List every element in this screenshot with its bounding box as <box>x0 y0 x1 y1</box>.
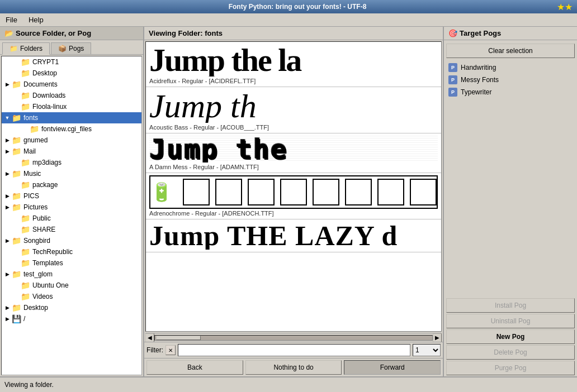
font-label-acidreflux: Acidreflux - Regular - [ACIDREFL.TTF] <box>149 78 438 84</box>
tree-label-mail: Mail <box>23 147 36 155</box>
tree-item-share[interactable]: 📁SHARE <box>2 224 141 235</box>
pogs-tab[interactable]: 📦 Pogs <box>51 42 91 54</box>
font-entry-adamn[interactable]: Jump the A Damn Mess - Regular - [ADAMN.… <box>146 133 441 173</box>
nothing-button[interactable]: Nothing to do <box>245 360 342 375</box>
titlebar: Fonty Python: bring out your fonts! - UT… <box>0 0 577 13</box>
expand-icon-gnumed[interactable]: ▶ <box>4 137 11 144</box>
expand-icon-mail[interactable]: ▶ <box>4 148 11 155</box>
folder-icon-desktop: 📁 <box>21 69 30 78</box>
hscroll-right-arrow[interactable]: ▶ <box>433 333 442 342</box>
tree-label-pictures: Pictures <box>23 203 48 211</box>
tree-item-package[interactable]: 📁package <box>2 179 141 190</box>
right-panel-title: Target Pogs <box>460 29 501 37</box>
folder-pog-tabs: 📁 Folders 📦 Pogs <box>0 40 143 55</box>
tree-item-desktop2[interactable]: ▶📁Desktop <box>2 302 141 313</box>
tree-item-slash[interactable]: ▶💾/ <box>2 313 141 324</box>
tree-item-fonts[interactable]: ▼📁fonts <box>2 112 141 123</box>
hscroll-track[interactable] <box>154 335 433 341</box>
expand-icon-pictures[interactable]: ▶ <box>4 204 11 211</box>
tree-item-documents[interactable]: ▶📁Documents <box>2 79 141 90</box>
folder-icon-floola-linux: 📁 <box>21 102 30 111</box>
hscroll-left-arrow[interactable]: ◀ <box>145 333 154 342</box>
font-preview-adamn: Jump the <box>149 136 438 162</box>
font-entry-acoustic[interactable]: Jump th Acoustic Bass - Regular - [ACOUB… <box>146 87 441 133</box>
tree-item-fontview[interactable]: 📁fontview.cgi_files <box>2 123 141 135</box>
folder-icon-ubuntu-one: 📁 <box>21 281 30 290</box>
delete-pog-button[interactable]: Delete Pog <box>446 345 575 360</box>
help-menu[interactable]: Help <box>25 15 47 25</box>
hscroll-thumb[interactable] <box>156 336 201 340</box>
font-entry-acidreflux[interactable]: Jump the la Acidreflux - Regular - [ACID… <box>146 42 441 87</box>
tree-item-mail[interactable]: ▶📁Mail <box>2 146 141 157</box>
tree-item-ubuntu-one[interactable]: 📁Ubuntu One <box>2 280 141 291</box>
font-entry-lazy[interactable]: Jump THE LAZY d <box>146 219 441 252</box>
uninstall-pog-button[interactable]: Uninstall Pog <box>446 314 575 328</box>
forward-button[interactable]: Forward <box>344 360 441 375</box>
clear-selection-button[interactable]: Clear selection <box>446 44 575 58</box>
horizontal-scrollbar[interactable]: ◀ ▶ <box>145 333 442 342</box>
page-select[interactable]: 1 2 3 <box>413 344 441 356</box>
font-label-adamn: A Damn Mess - Regular - [ADAMN.TTF] <box>149 164 438 170</box>
left-panel-title: Source Folder, or Pog <box>16 29 91 37</box>
expand-icon-pics[interactable]: ▶ <box>4 193 11 199</box>
tree-item-pics[interactable]: ▶📁PICS <box>2 190 141 202</box>
pog-item-handwriting[interactable]: P Handwriting <box>444 61 577 74</box>
file-menu[interactable]: File <box>2 15 21 25</box>
pog-item-messy-fonts[interactable]: P Messy Fonts <box>444 74 577 86</box>
pog-icon-typewriter: P <box>448 88 457 97</box>
pog-icon-messy-fonts: P <box>448 75 457 84</box>
status-text: Viewing a folder. <box>4 381 54 389</box>
pog-label-handwriting: Handwriting <box>461 64 496 71</box>
expand-icon-slash[interactable]: ▶ <box>4 315 11 322</box>
expand-icon-desktop2[interactable]: ▶ <box>4 304 11 311</box>
folder-tree[interactable]: 📁CRYPT1📁Desktop▶📁Documents📁Downloads📁Flo… <box>1 56 142 375</box>
filter-label: Filter: <box>146 346 163 354</box>
back-button[interactable]: Back <box>146 360 243 375</box>
tree-label-public: Public <box>32 214 51 222</box>
filter-clear-button[interactable]: ✕ <box>165 345 176 355</box>
folders-tab[interactable]: 📁 Folders <box>2 42 50 55</box>
tree-item-desktop[interactable]: 📁Desktop <box>2 68 141 79</box>
tree-item-test_glom[interactable]: ▶📁test_glom <box>2 269 141 280</box>
expand-icon-songbird[interactable]: ▶ <box>4 237 11 244</box>
pogs-tab-label: Pogs <box>69 45 84 52</box>
tree-item-pictures[interactable]: ▶📁Pictures <box>2 202 141 213</box>
expand-icon-test_glom[interactable]: ▶ <box>4 271 11 278</box>
tree-item-techrepublic[interactable]: 📁TechRepublic <box>2 246 141 257</box>
stars-icon: ★★ <box>557 2 573 12</box>
tree-item-songbird[interactable]: ▶📁Songbird <box>2 235 141 246</box>
tree-item-crypt1[interactable]: 📁CRYPT1 <box>2 56 141 68</box>
expand-icon-documents[interactable]: ▶ <box>4 81 11 88</box>
purge-pog-button[interactable]: Purge Pog <box>446 361 575 375</box>
font-entry-adrenochrome[interactable]: 🔋 Adrenochrome - Regular - [ADRENOCH.TTF… <box>146 173 441 219</box>
target-icon: 🎯 <box>448 29 457 37</box>
action-buttons: Install Pog Uninstall Pog New Pog Delete… <box>444 297 577 376</box>
filter-input[interactable] <box>178 344 410 356</box>
tree-item-gnumed[interactable]: ▶📁gnumed <box>2 135 141 146</box>
expand-icon-music[interactable]: ▶ <box>4 170 11 177</box>
tree-label-desktop2: Desktop <box>23 304 48 312</box>
tree-item-public[interactable]: 📁Public <box>2 213 141 224</box>
tree-label-package: package <box>32 181 58 189</box>
font-preview-acoustic: Jump th <box>149 89 438 123</box>
tree-item-videos[interactable]: 📁Videos <box>2 291 141 302</box>
font-list[interactable]: Jump the la Acidreflux - Regular - [ACID… <box>145 41 442 332</box>
tree-item-floola-linux[interactable]: 📁Floola-linux <box>2 101 141 112</box>
menubar: File Help <box>0 13 577 27</box>
viewing-header: Viewing Folder: fonts <box>144 27 443 40</box>
pog-item-typewriter[interactable]: P Typewriter <box>444 86 577 98</box>
tree-item-templates[interactable]: 📁Templates <box>2 257 141 269</box>
folder-icon-downloads: 📁 <box>21 91 30 100</box>
install-pog-button[interactable]: Install Pog <box>446 298 575 313</box>
tree-item-downloads[interactable]: 📁Downloads <box>2 90 141 101</box>
right-panel-header: 🎯 Target Pogs <box>444 27 577 40</box>
pogs-tab-icon: 📦 <box>58 45 67 52</box>
expand-icon-fonts[interactable]: ▼ <box>4 114 11 121</box>
tree-item-mp3diags[interactable]: 📁mp3diags <box>2 157 141 168</box>
tree-label-templates: Templates <box>32 259 63 267</box>
new-pog-button[interactable]: New Pog <box>446 329 575 344</box>
folder-icon-songbird: 📁 <box>12 236 21 245</box>
folders-tab-label: Folders <box>20 45 42 52</box>
tree-item-music[interactable]: ▶📁Music <box>2 168 141 179</box>
folder-icon-templates: 📁 <box>21 259 30 267</box>
